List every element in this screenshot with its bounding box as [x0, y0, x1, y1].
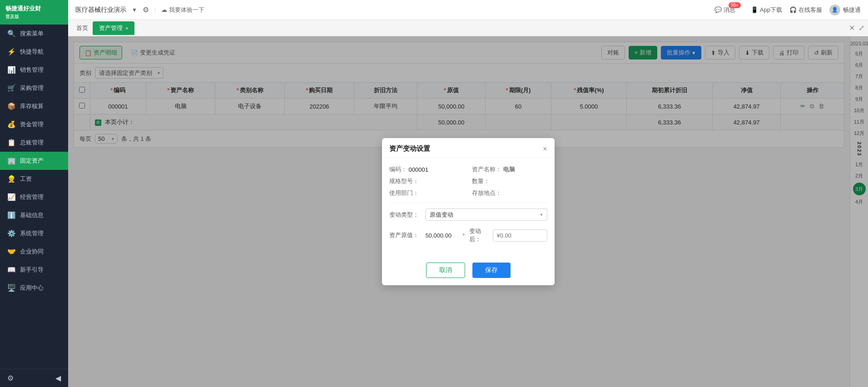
- sidebar-item-快捷导航[interactable]: ⚡快捷导航: [0, 43, 68, 61]
- sidebar-label-0: 搜索菜单: [20, 30, 44, 38]
- sidebar-label-13: 新手引导: [20, 266, 44, 274]
- sidebar-item-新手引导[interactable]: 📖新手引导: [0, 261, 68, 279]
- sidebar-label-11: 系统管理: [20, 229, 44, 238]
- modal-dept-label: 使用部门：: [389, 189, 419, 197]
- sidebar-icon-14: 🖥️: [7, 284, 15, 292]
- sidebar-item-固定资产[interactable]: 🏢固定资产: [0, 152, 68, 170]
- tab-close-icon[interactable]: ×: [125, 25, 128, 31]
- user-avatar: 👤: [829, 5, 840, 15]
- asset-change-modal: 资产变动设置 × 编码： 000001 资产名称： 电脑: [382, 138, 555, 285]
- tabs-bar: 首页 资产管理 × ✕ ⤢: [68, 20, 868, 36]
- change-type-label: 变动类型：: [389, 211, 422, 219]
- modal-info-grid: 编码： 000001 资产名称： 电脑 规格型号： 数量：: [389, 165, 547, 203]
- cancel-button[interactable]: 取消: [426, 263, 465, 278]
- modal-asset-name-label: 资产名称：: [472, 165, 501, 174]
- app-name: 畅捷通好业财: [5, 5, 41, 13]
- sidebar-label-3: 采购管理: [20, 84, 44, 92]
- tab-asset-management[interactable]: 资产管理 ×: [93, 21, 134, 35]
- sidebar-label-4: 库存核算: [20, 102, 44, 110]
- settings-gear-icon[interactable]: ⚙: [143, 5, 149, 14]
- online-service-label: 在线客服: [799, 6, 822, 14]
- sidebar-icon-13: 📖: [7, 266, 15, 274]
- sidebar-label-8: 工资: [20, 175, 32, 183]
- modal-asset-name-item: 资产名称： 电脑: [472, 165, 547, 174]
- sidebar-item-经营管理[interactable]: 📈经营管理: [0, 188, 68, 206]
- app-download-link[interactable]: 📱 App下载: [751, 6, 782, 14]
- save-button[interactable]: 保存: [472, 263, 511, 278]
- sidebar-bottom: ⚙ ◀: [0, 369, 68, 387]
- sidebar-icon-7: 🏢: [7, 157, 15, 165]
- sidebar-icon-12: 🤝: [7, 248, 15, 256]
- modal-code-value: 000001: [409, 166, 428, 173]
- messages-badge[interactable]: 💬 消息 99+: [714, 6, 735, 14]
- sidebar-item-系统管理[interactable]: ⚙️系统管理: [0, 224, 68, 243]
- sidebar-item-销售管理[interactable]: 📊销售管理: [0, 61, 68, 79]
- sidebar-item-企业协同[interactable]: 🤝企业协同: [0, 243, 68, 261]
- sidebar-label-9: 经营管理: [20, 193, 44, 201]
- modal-footer: 取消 保存: [382, 257, 555, 285]
- sidebar-item-资金管理[interactable]: 💰资金管理: [0, 115, 68, 134]
- original-value-row: 资产原值： 50,000.00 * 变动后：: [389, 227, 547, 243]
- window-close-btn[interactable]: ✕: [849, 24, 855, 32]
- experience-link[interactable]: ☁ 我要体验一下: [161, 6, 204, 14]
- company-dropdown-icon[interactable]: ▼: [132, 7, 137, 13]
- topbar-left: 医疗器械行业演示 ▼ ⚙ | ☁ 我要体验一下: [75, 5, 204, 14]
- sidebar-label-5: 资金管理: [20, 120, 44, 129]
- original-value-display: 50,000.00: [426, 232, 452, 239]
- change-type-select[interactable]: 原值变动 数量变动 部门变动: [426, 208, 547, 221]
- page-content: 📋 资产明细 📄 变更生成凭证 对账 + 新增 批量操作: [68, 36, 868, 387]
- modal-title: 资产变动设置: [389, 144, 430, 153]
- sidebar-label-6: 总账管理: [20, 139, 44, 147]
- modal-spec-item: 规格型号：: [389, 177, 465, 185]
- app-logo: 畅捷通好业财 普及版: [0, 0, 68, 25]
- modal-body: 编码： 000001 资产名称： 电脑 规格型号： 数量：: [382, 158, 555, 257]
- modal-close-btn[interactable]: ×: [543, 145, 547, 153]
- sidebar-icon-1: ⚡: [7, 48, 15, 56]
- modal-code-item: 编码： 000001: [389, 165, 465, 174]
- save-label: 保存: [485, 266, 498, 273]
- sidebar-label-7: 固定资产: [20, 157, 44, 165]
- sidebar-icon-3: 🛒: [7, 84, 15, 92]
- window-maximize-btn[interactable]: ⤢: [858, 24, 864, 32]
- topbar-right: 💬 消息 99+ 📱 App下载 🎧 在线客服 👤 畅捷通: [714, 5, 861, 15]
- sidebar-item-搜索菜单[interactable]: 🔍搜索菜单: [0, 25, 68, 43]
- experience-divider: |: [154, 6, 156, 13]
- modal-code-label: 编码：: [389, 165, 407, 174]
- settings-icon[interactable]: ⚙: [7, 374, 14, 382]
- sidebar-item-工资[interactable]: 👷工资: [0, 170, 68, 188]
- sidebar-label-10: 基础信息: [20, 211, 44, 219]
- app-download-label: App下载: [760, 6, 782, 14]
- download-icon: 📱: [751, 6, 758, 13]
- sidebar-item-应用中心[interactable]: 🖥️应用中心: [0, 279, 68, 297]
- collapse-icon[interactable]: ◀: [55, 374, 61, 382]
- sidebar-icon-6: 📋: [7, 139, 15, 147]
- modal-quantity-label: 数量：: [472, 177, 490, 185]
- sidebar-item-基础信息[interactable]: ℹ️基础信息: [0, 206, 68, 224]
- modal-location-label: 存放地点：: [472, 189, 501, 197]
- sidebar-item-总账管理[interactable]: 📋总账管理: [0, 134, 68, 152]
- online-service-link[interactable]: 🎧 在线客服: [789, 6, 822, 14]
- app-version: 普及版: [5, 14, 41, 20]
- modal-location-item: 存放地点：: [472, 189, 547, 197]
- sidebar-label-2: 销售管理: [20, 66, 44, 74]
- experience-text: 我要体验一下: [169, 6, 204, 14]
- user-menu[interactable]: 👤 畅捷通: [829, 5, 861, 15]
- service-icon: 🎧: [789, 6, 797, 13]
- tab-home[interactable]: 首页: [72, 21, 93, 35]
- sidebar-icon-2: 📊: [7, 66, 15, 74]
- change-type-select-wrap[interactable]: 原值变动 数量变动 部门变动: [426, 208, 547, 221]
- user-name: 畅捷通: [843, 6, 861, 14]
- sidebar-icon-5: 💰: [7, 120, 15, 129]
- modal-dept-item: 使用部门：: [389, 189, 465, 197]
- change-type-row: 变动类型： 原值变动 数量变动 部门变动: [389, 208, 547, 221]
- after-change-label: 变动后：: [469, 227, 486, 243]
- sidebar-icon-0: 🔍: [7, 30, 15, 38]
- original-value-label: 资产原值：: [389, 231, 422, 239]
- after-change-input[interactable]: [493, 229, 547, 242]
- sidebar: 畅捷通好业财 普及版 🔍搜索菜单⚡快捷导航📊销售管理🛒采购管理📦库存核算💰资金管…: [0, 0, 68, 387]
- sidebar-item-库存核算[interactable]: 📦库存核算: [0, 97, 68, 115]
- sidebar-item-采购管理[interactable]: 🛒采购管理: [0, 79, 68, 97]
- sidebar-icon-11: ⚙️: [7, 229, 15, 238]
- modal-spec-label: 规格型号：: [389, 177, 419, 185]
- after-change-required: *: [462, 232, 465, 239]
